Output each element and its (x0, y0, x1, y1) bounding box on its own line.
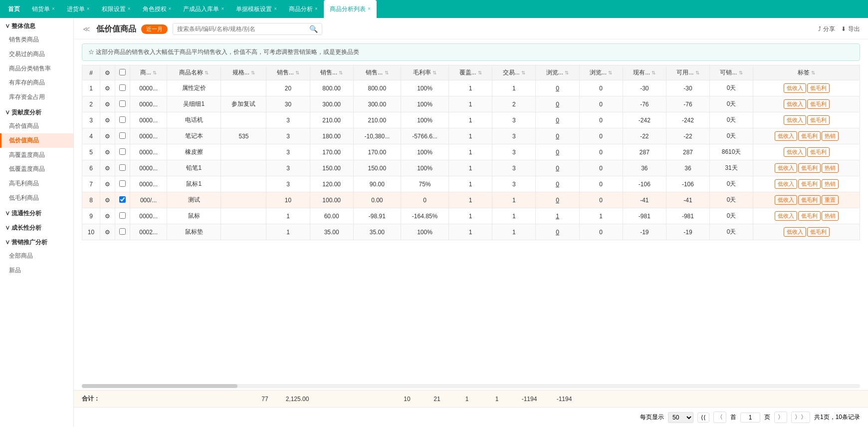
cell-browse1[interactable]: 0 (536, 192, 579, 208)
page-size-select[interactable]: 50 100 200 (668, 412, 693, 423)
next-page-button[interactable]: 〉 (774, 412, 787, 423)
close-icon[interactable]: × (52, 0, 55, 18)
last-page-button[interactable]: 〉〉 (791, 412, 810, 423)
th-sales-amount[interactable]: 销售... ⇅ (353, 65, 401, 80)
browse-link[interactable]: 0 (556, 149, 559, 156)
table-row[interactable]: 7 ⚙ 0000... 鼠标1 3 120.00 90.00 75% 1 3 0… (82, 176, 860, 192)
nav-item-goods-list[interactable]: 商品分析列表 × (324, 0, 377, 18)
cell-settings[interactable]: ⚙ (100, 224, 115, 240)
th-sales-price[interactable]: 销售... ⇅ (310, 65, 353, 80)
table-row[interactable]: 5 ⚙ 0000... 橡皮擦 3 170.00 170.00 100% 1 3… (82, 144, 860, 160)
cell-browse1[interactable]: 0 (536, 224, 579, 240)
scrollbar-thumb[interactable] (82, 384, 237, 388)
close-icon[interactable]: × (87, 0, 90, 18)
sidebar-group-overall[interactable]: ∨ 整体信息 (0, 18, 73, 32)
browse-link[interactable]: 0 (556, 181, 559, 188)
th-current-stock[interactable]: 现有... ⇅ (623, 65, 666, 80)
close-icon[interactable]: × (128, 0, 131, 18)
browse-link[interactable]: 1 (556, 213, 559, 220)
cell-browse1[interactable]: 0 (536, 112, 579, 128)
first-page-button[interactable]: ⟨⟨ (697, 413, 709, 423)
sidebar-item-high-coverage[interactable]: 高覆盖度商品 (0, 148, 73, 162)
cell-settings[interactable]: ⚙ (100, 80, 115, 96)
nav-item-goods-analysis[interactable]: 商品分析 × (283, 0, 324, 18)
sidebar-item-traded-goods[interactable]: 交易过的商品 (0, 47, 73, 61)
cell-checkbox[interactable] (115, 192, 130, 208)
table-row[interactable]: 2 ⚙ 0000... 吴细细1 参加复试 30 300.00 300.00 1… (82, 96, 860, 112)
th-spec[interactable]: 规格... ⇅ (221, 65, 266, 80)
cell-checkbox[interactable] (115, 144, 130, 160)
sidebar-item-low-value[interactable]: 低价值商品 (0, 133, 73, 148)
th-coverage[interactable]: 覆盖... ⇅ (449, 65, 492, 80)
sidebar-item-low-margin[interactable]: 低毛利商品 (0, 191, 73, 205)
cell-settings[interactable]: ⚙ (100, 160, 115, 176)
sidebar-item-category-rate[interactable]: 商品分类销售率 (0, 61, 73, 76)
table-row[interactable]: 6 ⚙ 0000... 铅笔1 3 150.00 150.00 100% 1 3… (82, 160, 860, 176)
cell-settings[interactable]: ⚙ (100, 192, 115, 208)
sidebar-item-low-coverage[interactable]: 低覆盖度商品 (0, 162, 73, 176)
browse-link[interactable]: 0 (556, 133, 559, 140)
cell-browse1[interactable]: 0 (536, 96, 579, 112)
sidebar-item-high-value[interactable]: 高价值商品 (0, 119, 73, 133)
search-icon[interactable]: 🔍 (309, 25, 318, 33)
prev-page-button[interactable]: 〈 (713, 412, 726, 423)
cell-settings[interactable]: ⚙ (100, 208, 115, 224)
close-icon[interactable]: × (315, 0, 318, 18)
nav-item-role[interactable]: 角色授权 × (137, 0, 178, 18)
row-checkbox[interactable] (119, 228, 126, 235)
table-row[interactable]: 10 ⚙ 0002... 鼠标垫 1 35.00 35.00 100% 1 1 … (82, 224, 860, 240)
th-trade[interactable]: 交易... ⇅ (492, 65, 536, 80)
sidebar-group-circulation[interactable]: ∨ 流通性分析 (0, 205, 73, 220)
cell-browse1[interactable]: 0 (536, 128, 579, 144)
sidebar-item-all-goods[interactable]: 全部商品 (0, 249, 73, 263)
search-input[interactable] (177, 25, 309, 32)
cell-browse1[interactable]: 1 (536, 208, 579, 224)
sidebar-item-stock-fund[interactable]: 库存资金占用 (0, 90, 73, 104)
sidebar-group-contribution[interactable]: ∨ 贡献度分析 (0, 104, 73, 119)
sidebar-group-growth[interactable]: ∨ 成长性分析 (0, 220, 73, 234)
cell-checkbox[interactable] (115, 208, 130, 224)
cell-browse1[interactable]: 0 (536, 176, 579, 192)
close-icon[interactable]: × (169, 0, 172, 18)
cell-checkbox[interactable] (115, 128, 130, 144)
th-sales-qty[interactable]: 销售... ⇅ (266, 65, 310, 80)
th-browse1[interactable]: 浏览... ⇅ (536, 65, 579, 80)
browse-link[interactable]: 0 (556, 101, 559, 108)
cell-browse1[interactable]: 0 (536, 144, 579, 160)
row-checkbox[interactable] (119, 180, 126, 187)
table-row[interactable]: 8 ⚙ 000/... 测试 10 100.00 0.00 0 1 1 0 0 … (82, 192, 860, 208)
sidebar-group-marketing[interactable]: ∨ 营销推广分析 (0, 234, 73, 249)
row-checkbox[interactable] (119, 100, 126, 107)
time-range-tag[interactable]: 近一月 (141, 24, 168, 34)
th-settings[interactable]: ⚙ (100, 65, 115, 80)
cell-checkbox[interactable] (115, 224, 130, 240)
cell-settings[interactable]: ⚙ (100, 128, 115, 144)
th-margin[interactable]: 毛利率 ⇅ (401, 65, 448, 80)
nav-item-sales[interactable]: 销货单 × (26, 0, 61, 18)
browse-link[interactable]: 0 (556, 165, 559, 172)
cell-checkbox[interactable] (115, 80, 130, 96)
cell-settings[interactable]: ⚙ (100, 112, 115, 128)
browse-link[interactable]: 0 (556, 229, 559, 236)
cell-settings[interactable]: ⚙ (100, 176, 115, 192)
th-code[interactable]: 商... ⇅ (130, 65, 167, 80)
sidebar-item-stock-goods[interactable]: 有库存的商品 (0, 75, 73, 90)
collapse-sidebar-button[interactable]: ≪ (82, 24, 91, 34)
cell-checkbox[interactable] (115, 160, 130, 176)
th-tags[interactable]: 标签 ⇅ (753, 65, 860, 80)
nav-item-home[interactable]: 首页 (2, 0, 26, 18)
th-sellable[interactable]: 可销... ⇅ (710, 65, 753, 80)
row-checkbox[interactable] (119, 132, 126, 139)
page-number-input[interactable] (740, 413, 760, 423)
row-checkbox[interactable] (119, 84, 126, 91)
th-checkbox[interactable] (115, 65, 130, 80)
cell-settings[interactable]: ⚙ (100, 96, 115, 112)
export-button[interactable]: ⬇ 导出 (841, 25, 860, 33)
row-checkbox[interactable] (119, 116, 126, 123)
table-container[interactable]: # ⚙ 商... ⇅ 商品名称 ⇅ 规格... ⇅ 销售... ⇅ 销售... … (74, 65, 868, 382)
table-row[interactable]: 9 ⚙ 0000... 鼠标 1 60.00 -98.91 -164.85% 1… (82, 208, 860, 224)
cell-browse1[interactable]: 0 (536, 160, 579, 176)
cell-browse1[interactable]: 0 (536, 80, 579, 96)
close-icon[interactable]: × (221, 0, 224, 18)
horizontal-scrollbar[interactable] (82, 384, 860, 388)
